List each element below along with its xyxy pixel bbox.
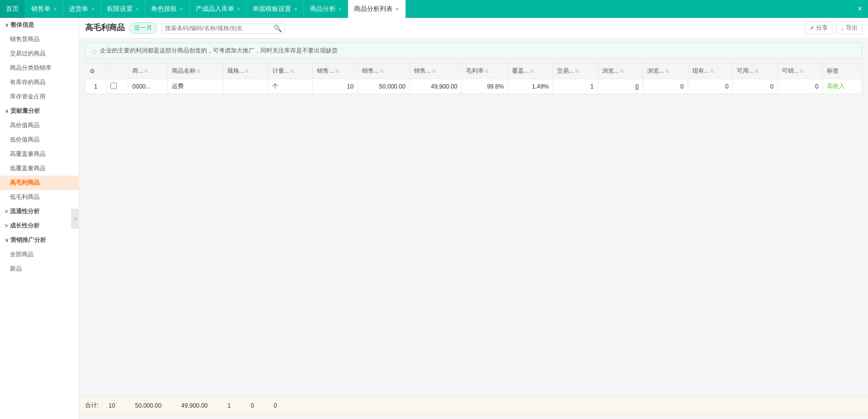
nav-item-销售单[interactable]: 销售单× <box>25 0 63 18</box>
sidebar-section-贡献量分析[interactable]: ∨贡献量分析 <box>0 104 79 118</box>
row-checkbox[interactable] <box>110 83 117 89</box>
export-button[interactable]: ↓ 导出 <box>836 22 862 34</box>
col-header-browse1[interactable]: 浏览...⇅ <box>598 63 643 79</box>
content-header: 高毛利商品 近一月 🔍 ↗ 分享 ↓ 导出 <box>79 18 868 39</box>
row-select <box>106 79 128 94</box>
sort-icon: ⇅ <box>432 68 436 74</box>
sidebar-item-低价值商品[interactable]: 低价值商品 <box>0 133 79 147</box>
filter-recent-month-button[interactable]: 近一月 <box>129 22 157 34</box>
nav-item-商品分析列表[interactable]: 商品分析列表× <box>348 0 405 18</box>
close-window-button[interactable]: × <box>852 4 868 13</box>
sidebar-item-新品[interactable]: 新品 <box>0 262 79 276</box>
footer-total-label: 合计: <box>85 401 99 410</box>
nav-item-进货单[interactable]: 进货单× <box>63 0 101 18</box>
col-header-transaction[interactable]: 交易...⇅ <box>553 63 598 79</box>
col-header-name[interactable]: 商品名称⇅ <box>168 63 223 79</box>
nav-close-icon[interactable]: × <box>91 6 94 12</box>
sort-icon: ⇅ <box>620 68 624 74</box>
browse1-link[interactable]: 0 <box>635 83 639 90</box>
search-icon[interactable]: 🔍 <box>273 24 282 32</box>
sidebar-section-营销推广分析[interactable]: ∨营销推广分析 <box>0 233 79 247</box>
nav-item-商品分析[interactable]: 商品分析× <box>304 0 348 18</box>
sidebar-section-流通性分析[interactable]: >流通性分析 <box>0 204 79 219</box>
sort-icon: ⇅ <box>290 68 294 74</box>
col-header-sales_qty[interactable]: 销售...⇅ <box>313 63 358 79</box>
col-header-sales_profit[interactable]: 销售...⇅ <box>409 63 461 79</box>
product-name: 运费 <box>168 79 223 94</box>
col-header-stock_current[interactable]: 现有...⇅ <box>688 63 733 79</box>
col-header-sales_amount[interactable]: 销售...⇅ <box>358 63 410 79</box>
nav-close-icon[interactable]: × <box>53 6 56 12</box>
sidebar-item-交易过的商品[interactable]: 交易过的商品 <box>0 47 79 61</box>
header-actions: ↗ 分享 ↓ 导出 <box>805 22 862 34</box>
nav-item-产成品入库单[interactable]: 产成品入库单× <box>190 0 247 18</box>
col-header-coverage[interactable]: 覆盖...⇅ <box>508 63 553 79</box>
sidebar-item-销售货商品[interactable]: 销售货商品 <box>0 32 79 47</box>
footer-sales-profit: 49,900.00 <box>181 402 207 409</box>
nav-close-icon[interactable]: × <box>339 6 342 12</box>
page-title: 高毛利商品 <box>85 23 125 33</box>
main-layout: ∨整体信息销售货商品交易过的商品商品分类助销率有库存的商品库存资金占用∨贡献量分… <box>0 18 868 419</box>
product-spec <box>223 79 268 94</box>
sales-qty: 10 <box>313 79 358 94</box>
sidebar-section-成长性分析[interactable]: >成长性分析 <box>0 219 79 233</box>
sidebar-item-全部商品[interactable]: 全部商品 <box>0 247 79 262</box>
product-tag: 高收入 <box>827 83 845 90</box>
content-area: 高毛利商品 近一月 🔍 ↗ 分享 ↓ 导出 ◇ 企业的主要的利润都是这部分商品创… <box>79 18 868 419</box>
table-row: 10000...运费个1050,000.0049,900.0099.8%1.49… <box>86 79 862 94</box>
col-header-stock_available[interactable]: 可用...⇅ <box>733 63 778 79</box>
col-header-spec[interactable]: 规格...⇅ <box>223 63 268 79</box>
nav-item-权限设置[interactable]: 权限设置× <box>101 0 145 18</box>
info-icon: ◇ <box>92 47 97 55</box>
sort-icon: ⇅ <box>335 68 339 74</box>
stock-saleable: 0 <box>778 79 823 94</box>
sidebar-item-有库存的商品[interactable]: 有库存的商品 <box>0 75 79 90</box>
info-text: 企业的主要的利润都是这部分商品创造的，可考虑加大推广，同时关注库存是不要出现缺货 <box>100 47 338 55</box>
nav-close-icon[interactable]: × <box>396 6 399 12</box>
nav-close-icon[interactable]: × <box>237 6 240 12</box>
col-header-checkbox <box>106 63 128 79</box>
search-container: 🔍 <box>161 23 285 34</box>
export-icon: ↓ <box>841 25 844 32</box>
table-header: ⚙商...⇅商品名称⇅规格...⇅计量...⇅销售...⇅销售...⇅销售...… <box>86 63 862 79</box>
section-arrow-icon: > <box>5 209 8 214</box>
search-input[interactable] <box>165 25 273 32</box>
sidebar-item-高毛利商品[interactable]: 高毛利商品 <box>0 176 79 190</box>
product-analysis-table: ⚙商...⇅商品名称⇅规格...⇅计量...⇅销售...⇅销售...⇅销售...… <box>85 63 862 94</box>
col-header-stock_saleable[interactable]: 可销...⇅ <box>778 63 823 79</box>
data-table-container: ⚙商...⇅商品名称⇅规格...⇅计量...⇅销售...⇅销售...⇅销售...… <box>85 63 862 396</box>
share-icon: ↗ <box>809 25 814 32</box>
nav-item-单据模板设置[interactable]: 单据模板设置× <box>247 0 304 18</box>
sidebar-collapse-button[interactable]: « <box>71 209 79 229</box>
section-arrow-icon: ∨ <box>5 22 8 28</box>
col-header-gross_margin[interactable]: 毛利率⇅ <box>461 63 508 79</box>
footer-stock-saleable: 0 <box>274 402 277 409</box>
sidebar-item-低覆盖量商品[interactable]: 低覆盖量商品 <box>0 161 79 176</box>
gross-margin: 99.8% <box>461 79 508 94</box>
sidebar-item-高价值商品[interactable]: 高价值商品 <box>0 118 79 133</box>
sidebar-item-低毛利商品[interactable]: 低毛利商品 <box>0 190 79 204</box>
col-header-tag: 标签 <box>823 63 862 79</box>
browse1: 0 <box>598 79 643 94</box>
sidebar-item-商品分类助销率[interactable]: 商品分类助销率 <box>0 61 79 75</box>
col-header-browse2[interactable]: 浏览...⇅ <box>643 63 688 79</box>
sidebar-section-整体信息[interactable]: ∨整体信息 <box>0 18 79 32</box>
horizontal-scrollbar[interactable] <box>79 414 868 419</box>
nav-item-首页[interactable]: 首页 <box>0 0 25 18</box>
sidebar-item-库存资金占用[interactable]: 库存资金占用 <box>0 90 79 104</box>
nav-item-角色授权[interactable]: 角色授权× <box>145 0 189 18</box>
sidebar-item-高覆盖量商品[interactable]: 高覆盖量商品 <box>0 147 79 161</box>
sales-amount: 50,000.00 <box>358 79 410 94</box>
sort-icon: ⇅ <box>575 68 579 74</box>
product-code: 0000... <box>128 79 168 94</box>
sort-icon: ⇅ <box>380 68 384 74</box>
footer-values: 10 50,000.00 49,900.00 1 0 0 <box>108 402 277 409</box>
browse2: 0 <box>643 79 688 94</box>
nav-close-icon[interactable]: × <box>294 6 297 12</box>
share-button[interactable]: ↗ 分享 <box>805 22 832 34</box>
nav-close-icon[interactable]: × <box>180 6 183 12</box>
nav-close-icon[interactable]: × <box>136 6 139 12</box>
sort-icon: ⇅ <box>144 68 148 74</box>
col-header-unit[interactable]: 计量...⇅ <box>268 63 313 79</box>
col-header-code[interactable]: 商...⇅ <box>128 63 168 79</box>
